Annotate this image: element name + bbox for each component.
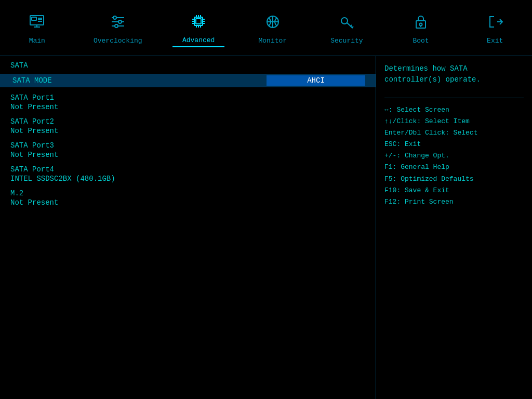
svg-point-10 [113, 16, 116, 19]
nav-monitor-label: Monitor [259, 37, 287, 45]
key-icon [338, 14, 355, 34]
key-hint: F5: Optimized Defaults [384, 174, 524, 185]
key-hints: ↔: Select Screen↑↓/Click: Select ItemEnt… [384, 104, 524, 208]
sata-port2-value: Not Present [10, 127, 365, 135]
right-panel: Determines how SATA controller(s) operat… [376, 56, 532, 399]
section-title: SATA [0, 56, 376, 74]
lock-icon [413, 14, 429, 34]
key-hint: F10: Save & Exit [384, 185, 524, 196]
svg-rect-3 [32, 17, 36, 20]
help-description: Determines how SATA controller(s) operat… [384, 63, 524, 85]
sata-mode-label: SATA MODE [10, 75, 267, 86]
sata-port1-label: SATA Port1 [10, 94, 365, 102]
sata-port1-section: SATA Port1 Not Present [0, 87, 376, 111]
help-divider [384, 98, 524, 98]
key-hint: F12: Print Screen [384, 196, 524, 208]
key-hint: ↑↓/Click: Select Item [384, 116, 524, 127]
sata-port1-value: Not Present [10, 103, 365, 111]
m2-value: Not Present [10, 198, 365, 207]
sata-mode-value: AHCI [267, 75, 365, 86]
key-hint: F1: General Help [384, 162, 524, 173]
key-hint: ↔: Select Screen [384, 104, 524, 116]
main-content: SATA SATA MODE AHCI SATA Port1 Not Prese… [0, 56, 532, 399]
m2-label: M.2 [10, 189, 365, 197]
nav-exit-label: Exit [487, 37, 503, 45]
sata-port3-section: SATA Port3 Not Present [0, 135, 376, 159]
nav-security[interactable]: Security [321, 11, 373, 47]
nav-security-label: Security [330, 37, 363, 45]
key-hint: Enter/Dbl Click: Select [384, 127, 524, 139]
nav-boot[interactable]: Boot [395, 11, 447, 47]
cpu-icon [190, 13, 207, 33]
svg-point-35 [420, 23, 422, 25]
left-panel: SATA SATA MODE AHCI SATA Port1 Not Prese… [0, 56, 376, 399]
nav-monitor[interactable]: Monitor [247, 11, 299, 47]
nav-main-label: Main [29, 37, 45, 45]
sata-port3-value: Not Present [10, 151, 365, 159]
sata-mode-row[interactable]: SATA MODE AHCI [0, 74, 376, 87]
sata-port3-label: SATA Port3 [10, 141, 365, 150]
svg-point-30 [341, 18, 348, 24]
nav-overclocking[interactable]: Overclocking [85, 11, 151, 47]
m2-section: M.2 Not Present [0, 183, 376, 207]
nav-exit[interactable]: Exit [469, 11, 521, 47]
nav-overclocking-label: Overclocking [94, 37, 142, 45]
key-hint: ESC: Exit [384, 139, 524, 150]
adjust-icon [264, 14, 281, 34]
nav-advanced-label: Advanced [182, 36, 215, 44]
monitor-icon [29, 14, 45, 34]
sata-port4-value: INTEL SSDSC2BX (480.1GB) [10, 175, 365, 183]
nav-advanced[interactable]: Advanced [172, 11, 224, 47]
sata-port4-section: SATA Port4 INTEL SSDSC2BX (480.1GB) [0, 159, 376, 183]
key-hint: +/-: Change Opt. [384, 150, 524, 162]
sliders-icon [110, 14, 126, 34]
sata-port4-label: SATA Port4 [10, 165, 365, 174]
nav-boot-label: Boot [413, 37, 429, 45]
navigation-bar: Main Overclocking [0, 0, 532, 56]
sata-port2-section: SATA Port2 Not Present [0, 111, 376, 135]
exit-icon [487, 14, 503, 34]
svg-point-11 [118, 20, 122, 23]
svg-rect-14 [196, 19, 201, 24]
svg-point-12 [115, 24, 118, 28]
nav-main[interactable]: Main [11, 11, 63, 47]
sata-port2-label: SATA Port2 [10, 117, 365, 126]
